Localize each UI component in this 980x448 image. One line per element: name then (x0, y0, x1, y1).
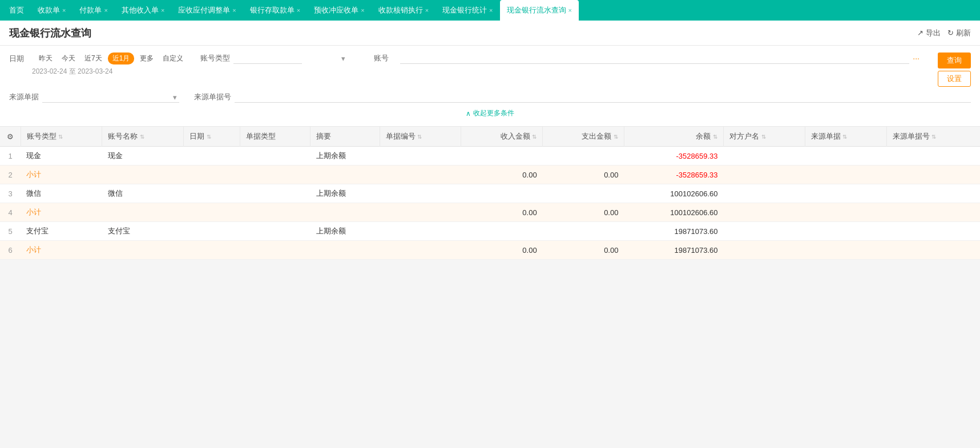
close-advance-offset-icon[interactable]: × (361, 0, 364, 21)
close-cash-stats-icon[interactable]: × (489, 0, 493, 21)
cell-account-type: 支付宝 (21, 222, 102, 241)
row-num: 5 (0, 222, 21, 241)
close-cash-flow-query-icon[interactable]: × (568, 0, 572, 21)
col-summary[interactable]: 摘要 (310, 127, 380, 147)
cell-counterparty (723, 184, 805, 203)
col-account-name[interactable]: 账号名称 ⇅ (102, 127, 184, 147)
nav-adjustment[interactable]: 应收应付调整单 × (171, 0, 243, 21)
col-income-amt[interactable]: 收入金额 ⇅ (461, 127, 543, 147)
cell-account-type: 小计 (21, 166, 102, 184)
table-row: 5 支付宝 支付宝 上期余额 19871073.60 (0, 222, 980, 241)
cell-source-doc (805, 166, 886, 184)
cell-summary (310, 241, 380, 260)
nav-payment[interactable]: 付款单 × (72, 0, 114, 21)
date-btn-more[interactable]: 更多 (136, 53, 157, 64)
cell-balance: 19871073.60 (624, 241, 723, 260)
source-doc-select[interactable] (42, 91, 179, 103)
close-adjustment-icon[interactable]: × (232, 0, 236, 21)
table-header-row: ⚙ 账号类型 ⇅ 账号名称 ⇅ 日期 ⇅ 单据类型 摘 (0, 127, 980, 147)
date-btn-custom[interactable]: 自定义 (159, 53, 187, 64)
account-input[interactable] (400, 53, 909, 64)
nav-verification[interactable]: 收款核销执行 × (372, 0, 435, 21)
date-range: 2023-02-24 至 2023-03-24 (32, 67, 187, 76)
close-bank-deposit-icon[interactable]: × (297, 0, 300, 21)
cell-date (184, 241, 240, 260)
nav-cash-flow-query[interactable]: 现金银行流水查询 × (500, 0, 579, 21)
filter-area: 日期 昨天 今天 近7天 近1月 更多 自定义 2023-02-24 至 202… (0, 46, 980, 127)
cell-account-name: 现金 (102, 147, 184, 166)
query-button[interactable]: 查询 (938, 53, 971, 68)
source-doc-select-wrapper: ▾ (42, 91, 179, 103)
cell-expense-amt: 0.00 (543, 241, 624, 260)
nav-receipt[interactable]: 收款单 × (31, 0, 72, 21)
header-actions: ↗ 导出 ↻ 刷新 (917, 28, 971, 38)
col-counterparty[interactable]: 对方户名 ⇅ (723, 127, 805, 147)
cell-counterparty (723, 241, 805, 260)
col-account-type[interactable]: 账号类型 ⇅ (21, 127, 102, 147)
data-table: ⚙ 账号类型 ⇅ 账号名称 ⇅ 日期 ⇅ 单据类型 摘 (0, 127, 980, 260)
col-doc-no[interactable]: 单据编号 ⇅ (380, 127, 461, 147)
cell-source-doc (805, 147, 886, 166)
col-expense-amt[interactable]: 支出金额 ⇅ (543, 127, 624, 147)
account-ellipsis-icon[interactable]: ··· (913, 54, 919, 63)
cell-counterparty (723, 147, 805, 166)
close-other-income-icon[interactable]: × (161, 0, 164, 21)
col-settings[interactable]: ⚙ (0, 127, 21, 147)
col-source-doc-no[interactable]: 来源单据号 ⇅ (886, 127, 980, 147)
date-label: 日期 (9, 54, 32, 64)
data-table-container: ⚙ 账号类型 ⇅ 账号名称 ⇅ 日期 ⇅ 单据类型 摘 (0, 127, 980, 260)
table-body: 1 现金 现金 上期余额 -3528659.33 2 小计 0.00 0.00 … (0, 147, 980, 260)
account-type-select[interactable]: 现金 微信 支付宝 (233, 53, 302, 64)
close-verification-icon[interactable]: × (425, 0, 429, 21)
cell-balance: 100102606.60 (624, 184, 723, 203)
table-row: 6 小计 0.00 0.00 19871073.60 (0, 241, 980, 260)
cell-account-type: 微信 (21, 184, 102, 203)
sort-source-doc-no-icon: ⇅ (931, 134, 936, 140)
cell-income-amt (461, 147, 543, 166)
cell-source-doc-no (886, 147, 980, 166)
gear-icon[interactable]: ⚙ (7, 132, 14, 141)
cell-account-name (102, 166, 184, 184)
nav-advance-offset[interactable]: 预收冲应收单 × (307, 0, 371, 21)
collapse-filters-button[interactable]: ∧ 收起更多条件 (9, 106, 971, 119)
export-icon: ↗ (917, 29, 923, 37)
nav-bank-deposit[interactable]: 银行存取款单 × (243, 0, 307, 21)
cell-source-doc-no (886, 184, 980, 203)
cell-source-doc-no (886, 166, 980, 184)
close-payment-icon[interactable]: × (104, 0, 107, 21)
date-btn-1month[interactable]: 近1月 (108, 53, 135, 64)
refresh-button[interactable]: ↻ 刷新 (947, 28, 971, 38)
source-doc-no-label: 来源单据号 (194, 92, 231, 102)
sort-account-type-icon: ⇅ (58, 134, 63, 140)
col-source-doc[interactable]: 来源单据 ⇅ (805, 127, 886, 147)
collapse-up-icon: ∧ (466, 110, 471, 118)
col-balance[interactable]: 余额 ⇅ (624, 127, 723, 147)
close-receipt-icon[interactable]: × (62, 0, 66, 21)
cell-income-amt (461, 222, 543, 241)
table-row: 3 微信 微信 上期余额 100102606.60 (0, 184, 980, 203)
cell-doc-type (240, 147, 310, 166)
cell-doc-type (240, 184, 310, 203)
export-button[interactable]: ↗ 导出 (917, 28, 941, 38)
cell-doc-no (380, 166, 461, 184)
date-btn-7days[interactable]: 近7天 (81, 53, 106, 64)
settings-button[interactable]: 设置 (938, 71, 971, 87)
date-btn-yesterday[interactable]: 昨天 (35, 53, 56, 64)
nav-home[interactable]: 首页 (2, 0, 31, 21)
cell-counterparty (723, 222, 805, 241)
sort-expense-icon: ⇅ (614, 134, 618, 140)
nav-cash-stats[interactable]: 现金银行统计 × (435, 0, 499, 21)
source-doc-no-input[interactable] (235, 91, 971, 103)
cell-income-amt: 0.00 (461, 241, 543, 260)
date-btn-today[interactable]: 今天 (58, 53, 79, 64)
cell-summary: 上期余额 (310, 222, 380, 241)
nav-other-income[interactable]: 其他收入单 × (115, 0, 171, 21)
col-doc-type[interactable]: 单据类型 (240, 127, 310, 147)
cell-balance: -3528659.33 (624, 147, 723, 166)
table-row: 4 小计 0.00 0.00 100102606.60 (0, 203, 980, 222)
sort-doc-no-icon: ⇅ (417, 134, 422, 140)
cell-account-name (102, 241, 184, 260)
cell-expense-amt (543, 222, 624, 241)
row-num: 1 (0, 147, 21, 166)
col-date[interactable]: 日期 ⇅ (184, 127, 240, 147)
